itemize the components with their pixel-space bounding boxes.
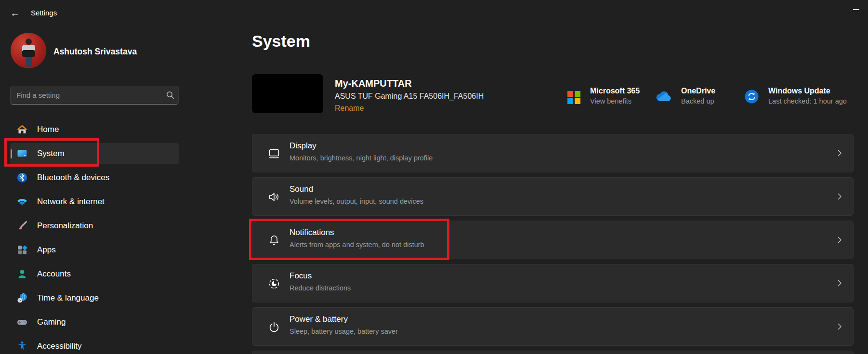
gaming-icon <box>16 316 28 328</box>
sidebar-item-label: Bluetooth & devices <box>37 173 109 183</box>
notifications-bell-icon <box>267 234 281 247</box>
sidebar-item-label: Accounts <box>37 269 71 279</box>
search-input[interactable] <box>11 91 162 99</box>
apps-icon <box>16 244 28 256</box>
focus-icon <box>267 277 281 290</box>
accounts-icon <box>16 268 28 280</box>
sidebar-item-label: Network & internet <box>37 197 105 207</box>
sidebar-item-label: Accessibility <box>37 341 82 351</box>
profile-name: Ashutosh Srivastava <box>53 47 137 57</box>
chevron-right-icon <box>836 279 843 287</box>
onedrive-icon <box>653 90 671 102</box>
row-title: Focus <box>289 271 312 281</box>
rename-link[interactable]: Rename <box>335 104 364 113</box>
settings-row-display[interactable]: Display Monitors, brightness, night ligh… <box>252 134 854 172</box>
chevron-right-icon <box>836 323 843 330</box>
device-thumbnail <box>252 74 323 113</box>
row-subtitle: Sleep, battery usage, battery saver <box>289 328 398 335</box>
settings-row-sound[interactable]: Sound Volume levels, output, input, soun… <box>252 177 854 216</box>
benefit-microsoft-365[interactable]: Microsoft 365 View benefits <box>567 86 640 106</box>
network-wifi-icon <box>16 196 28 208</box>
selected-accent-pill <box>11 149 13 158</box>
sidebar-item-label: Apps <box>37 245 56 255</box>
home-icon <box>16 124 28 135</box>
chevron-right-icon <box>836 236 843 244</box>
sidebar-item-accessibility[interactable]: Accessibility <box>10 336 179 354</box>
sidebar-item-label: Gaming <box>37 317 66 327</box>
sidebar-item-label: System <box>37 149 65 158</box>
avatar[interactable] <box>11 33 46 68</box>
row-subtitle: Reduce distractions <box>289 284 351 292</box>
settings-row-notifications[interactable]: Notifications Alerts from apps and syste… <box>252 221 854 259</box>
microsoft-365-icon <box>567 91 580 104</box>
row-title: Power & battery <box>289 315 348 324</box>
personalization-icon <box>16 220 28 232</box>
page-title: System <box>252 32 310 51</box>
benefit-subtitle: Last checked: 1 hour ago <box>768 96 847 106</box>
power-icon <box>267 320 281 334</box>
sidebar-item-home[interactable]: Home <box>10 119 179 140</box>
settings-row-focus[interactable]: Focus Reduce distractions <box>252 264 854 302</box>
settings-row-partial[interactable] <box>252 351 854 354</box>
sidebar-item-network-internet[interactable]: Network & internet <box>10 191 179 212</box>
row-subtitle: Volume levels, output, input, sound devi… <box>289 197 423 205</box>
device-name: My-KAMPUTTAR <box>335 78 412 89</box>
bluetooth-icon <box>16 172 28 184</box>
benefit-title: Windows Update <box>768 86 847 96</box>
sound-icon <box>267 190 281 204</box>
row-subtitle: Alerts from apps and system, do not dist… <box>289 241 424 249</box>
back-button[interactable]: ← <box>7 6 23 20</box>
row-subtitle: Monitors, brightness, night light, displ… <box>289 154 433 162</box>
benefit-onedrive[interactable]: OneDrive Backed up <box>653 86 715 106</box>
chevron-right-icon <box>836 149 843 157</box>
search-icon[interactable] <box>162 91 178 99</box>
benefit-title: Microsoft 365 <box>590 86 640 96</box>
settings-window: ← Settings Ashutosh Srivastava Home Syst… <box>0 0 868 354</box>
sidebar-item-label: Home <box>37 125 59 134</box>
accessibility-icon <box>16 341 28 352</box>
minimize-button[interactable] <box>849 4 863 15</box>
sidebar-item-apps[interactable]: Apps <box>10 239 179 261</box>
row-title: Notifications <box>289 228 334 237</box>
window-title: Settings <box>31 9 57 17</box>
minimize-icon <box>853 9 859 10</box>
time-language-icon <box>16 292 28 304</box>
back-arrow-icon: ← <box>10 8 20 19</box>
benefit-title: OneDrive <box>681 86 715 96</box>
sidebar-item-bluetooth-devices[interactable]: Bluetooth & devices <box>10 167 179 188</box>
row-title: Sound <box>289 184 313 194</box>
sidebar-item-label: Personalization <box>37 221 93 231</box>
device-model: ASUS TUF Gaming A15 FA506IH_FA506IH <box>335 92 484 101</box>
sidebar-item-accounts[interactable]: Accounts <box>10 263 179 285</box>
sidebar-item-gaming[interactable]: Gaming <box>10 312 179 333</box>
sidebar-item-system[interactable]: System <box>10 143 179 164</box>
benefit-windows-update[interactable]: Windows Update Last checked: 1 hour ago <box>745 86 847 106</box>
row-title: Display <box>289 141 316 151</box>
sidebar-item-personalization[interactable]: Personalization <box>10 215 179 236</box>
benefit-subtitle: View benefits <box>590 96 640 106</box>
chevron-right-icon <box>836 193 843 200</box>
system-icon <box>16 148 28 159</box>
sidebar-item-time-language[interactable]: Time & language <box>10 288 179 309</box>
windows-update-icon <box>745 90 759 104</box>
benefit-subtitle: Backed up <box>681 96 715 106</box>
sidebar-item-label: Time & language <box>37 293 99 303</box>
search-box <box>10 86 179 105</box>
settings-row-power-battery[interactable]: Power & battery Sleep, battery usage, ba… <box>252 307 854 346</box>
display-icon <box>267 147 281 160</box>
